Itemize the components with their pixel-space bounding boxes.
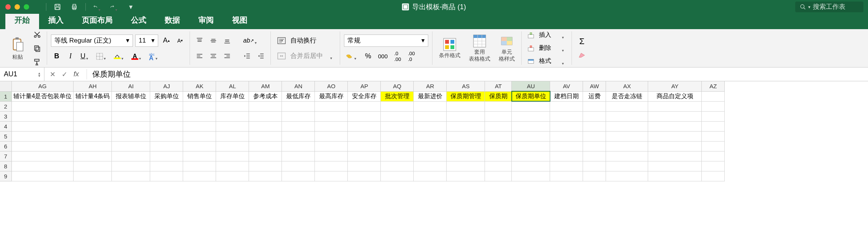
- formula-value[interactable]: 保质期单位: [87, 69, 131, 79]
- redo-icon[interactable]: [108, 3, 120, 11]
- cell-AX5[interactable]: [606, 131, 648, 141]
- cell-AR4[interactable]: [414, 121, 447, 131]
- row-header-5[interactable]: 5: [0, 131, 11, 141]
- format-painter-button[interactable]: [31, 56, 43, 68]
- cell-AN1[interactable]: 最低库存: [282, 91, 315, 101]
- orientation-button[interactable]: ab↗: [241, 35, 260, 46]
- font-color-button[interactable]: A: [129, 51, 145, 62]
- row-header-9[interactable]: 9: [0, 171, 11, 181]
- undo-icon[interactable]: [91, 3, 103, 11]
- column-header-AU[interactable]: AU: [512, 81, 550, 91]
- decrease-font-button[interactable]: A▾: [174, 35, 186, 46]
- cell-AX2[interactable]: [606, 101, 648, 111]
- cell-AR5[interactable]: [414, 131, 447, 141]
- font-family-select[interactable]: 等线 Regular (正文)▾: [51, 35, 133, 47]
- column-header-AY[interactable]: AY: [648, 81, 702, 91]
- cell-AW1[interactable]: 运费: [583, 91, 606, 101]
- cell-AH8[interactable]: [74, 161, 112, 171]
- cell-AI1[interactable]: 报表辅单位: [112, 91, 150, 101]
- cell-AK3[interactable]: [183, 111, 216, 121]
- column-header-AI[interactable]: AI: [112, 81, 150, 91]
- align-top-button[interactable]: [194, 35, 205, 46]
- cell-AI7[interactable]: [112, 151, 150, 161]
- cell-AM7[interactable]: [249, 151, 282, 161]
- cell-AU8[interactable]: [512, 161, 550, 171]
- cell-AP7[interactable]: [348, 151, 381, 161]
- column-header-AW[interactable]: AW: [583, 81, 606, 91]
- cell-AS2[interactable]: [447, 101, 485, 111]
- customize-qat-icon[interactable]: ▾: [125, 3, 136, 11]
- cell-AN7[interactable]: [282, 151, 315, 161]
- cell-AO3[interactable]: [315, 111, 348, 121]
- cell-AY1[interactable]: 商品自定义项: [648, 91, 702, 101]
- cell-AY6[interactable]: [648, 141, 702, 151]
- spreadsheet-grid[interactable]: AGAHAIAJAKALAMANAOAPAQARASATAUAVAWAXAYAZ…: [0, 81, 868, 181]
- cell-AQ1[interactable]: 批次管理: [381, 91, 414, 101]
- decrease-decimal-button[interactable]: .00.0: [406, 51, 417, 62]
- cell-AI4[interactable]: [112, 121, 150, 131]
- cell-AK8[interactable]: [183, 161, 216, 171]
- cell-AP3[interactable]: [348, 111, 381, 121]
- cell-AJ4[interactable]: [150, 121, 183, 131]
- cell-AJ5[interactable]: [150, 131, 183, 141]
- underline-button[interactable]: U: [79, 51, 92, 62]
- cell-AT9[interactable]: [485, 171, 512, 181]
- tab-数据[interactable]: 数据: [156, 12, 189, 29]
- column-header-AV[interactable]: AV: [550, 81, 583, 91]
- cell-AL8[interactable]: [216, 161, 249, 171]
- column-header-AL[interactable]: AL: [216, 81, 249, 91]
- cell-AP6[interactable]: [348, 141, 381, 151]
- align-right-button[interactable]: [221, 50, 233, 62]
- cell-AX7[interactable]: [606, 151, 648, 161]
- wrap-text-button[interactable]: 自动换行: [275, 35, 336, 46]
- format-as-table-button[interactable]: 套用 表格格式: [466, 34, 493, 63]
- cell-AU7[interactable]: [512, 151, 550, 161]
- column-header-AP[interactable]: AP: [348, 81, 381, 91]
- cell-AS3[interactable]: [447, 111, 485, 121]
- cell-AU1[interactable]: 保质期单位: [512, 91, 550, 101]
- cell-AL5[interactable]: [216, 131, 249, 141]
- cell-AV2[interactable]: [550, 101, 583, 111]
- cell-AI3[interactable]: [112, 111, 150, 121]
- merge-center-button[interactable]: 合并后居中: [275, 50, 336, 62]
- column-header-AG[interactable]: AG: [11, 81, 74, 91]
- phonetic-button[interactable]: abcA: [147, 51, 161, 62]
- cell-AZ9[interactable]: [702, 171, 725, 181]
- cell-AZ2[interactable]: [702, 101, 725, 111]
- cell-AX1[interactable]: 是否走冻链: [606, 91, 648, 101]
- cell-AT2[interactable]: [485, 101, 512, 111]
- cell-AH5[interactable]: [74, 131, 112, 141]
- number-format-select[interactable]: 常规▾: [344, 35, 428, 47]
- cell-AW6[interactable]: [583, 141, 606, 151]
- column-header-AR[interactable]: AR: [414, 81, 447, 91]
- cell-AU3[interactable]: [512, 111, 550, 121]
- cell-AJ1[interactable]: 采购单位: [150, 91, 183, 101]
- cell-AU4[interactable]: [512, 121, 550, 131]
- cell-AZ4[interactable]: [702, 121, 725, 131]
- cell-AU2[interactable]: [512, 101, 550, 111]
- cell-AG1[interactable]: 辅计量4是否包装单位: [11, 91, 74, 101]
- close-window-button[interactable]: [5, 4, 11, 10]
- align-center-button[interactable]: [208, 50, 219, 62]
- select-all-corner[interactable]: [0, 81, 11, 91]
- cell-AO6[interactable]: [315, 141, 348, 151]
- cell-AT6[interactable]: [485, 141, 512, 151]
- cell-AL9[interactable]: [216, 171, 249, 181]
- cell-AZ5[interactable]: [702, 131, 725, 141]
- cell-AR7[interactable]: [414, 151, 447, 161]
- cell-AZ1[interactable]: [702, 91, 725, 101]
- align-middle-button[interactable]: [208, 35, 219, 46]
- column-header-AS[interactable]: AS: [447, 81, 485, 91]
- cell-AU9[interactable]: [512, 171, 550, 181]
- cell-AJ7[interactable]: [150, 151, 183, 161]
- cell-AR1[interactable]: 最新进价: [414, 91, 447, 101]
- cell-AX6[interactable]: [606, 141, 648, 151]
- cell-AL7[interactable]: [216, 151, 249, 161]
- accept-formula-icon[interactable]: ✓: [62, 70, 67, 79]
- row-header-3[interactable]: 3: [0, 111, 11, 121]
- cell-AH4[interactable]: [74, 121, 112, 131]
- column-header-AZ[interactable]: AZ: [702, 81, 725, 91]
- insert-cells-button[interactable]: 插入: [526, 30, 568, 41]
- cell-AW9[interactable]: [583, 171, 606, 181]
- percent-button[interactable]: %: [362, 51, 374, 62]
